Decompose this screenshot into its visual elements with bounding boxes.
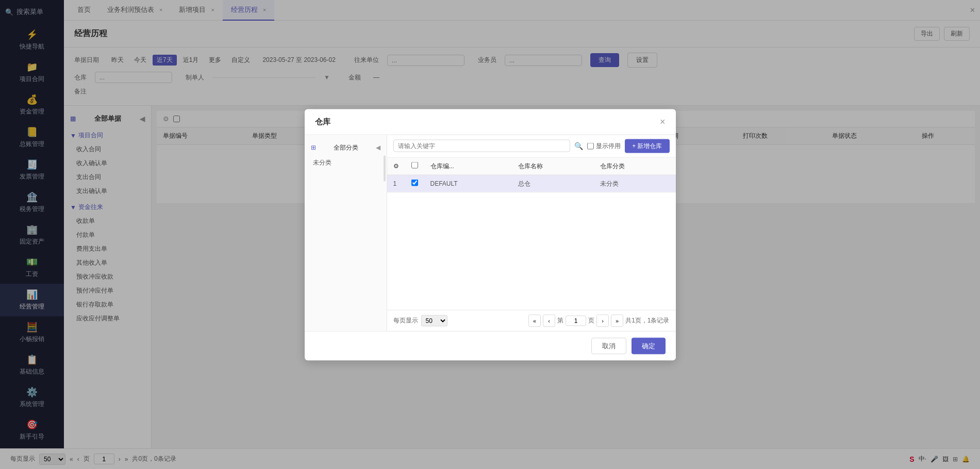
modal-title: 仓库 [315, 117, 330, 126]
modal-page-input[interactable] [566, 315, 586, 326]
modal-first-page-btn[interactable]: « [528, 314, 541, 327]
modal-col-code: 仓库编... [424, 157, 512, 175]
row-index: 1 [387, 175, 405, 192]
show-disabled-checkbox[interactable] [587, 142, 594, 149]
row-category: 未分类 [594, 175, 676, 192]
modal-search-input[interactable] [393, 140, 571, 152]
modal-next-page-btn[interactable]: › [596, 314, 609, 327]
modal-page-label: 第 [557, 316, 563, 325]
add-warehouse-button[interactable]: + 新增仓库 [625, 139, 669, 153]
modal-select-all[interactable] [411, 162, 418, 169]
modal-left-header: ⊞ 全部分类 ◀ [305, 140, 387, 155]
modal-actions: 取消 确定 [305, 331, 676, 360]
show-disabled-label: 显示停用 [587, 141, 621, 150]
modal-total-label: 共1页，1条记录 [625, 316, 669, 325]
modal-col-checkbox [405, 157, 424, 175]
modal-col-settings: ⚙ [387, 157, 405, 175]
modal-category-unclassified[interactable]: 未分类 [305, 155, 387, 170]
modal-search-bar: 🔍 显示停用 + 新增仓库 [387, 135, 676, 157]
modal-page-size: 每页显示 50 100 [393, 315, 447, 326]
modal-pagesize-label: 每页显示 [393, 316, 418, 325]
modal-close-btn[interactable]: × [660, 116, 666, 127]
row-select-checkbox[interactable] [411, 180, 418, 186]
modal-header: 仓库 × [305, 109, 676, 135]
modal-prev-page-btn[interactable]: ‹ [543, 314, 555, 327]
modal-footer-bar: 每页显示 50 100 « ‹ 第 页 › » 共1页，1条记录 [387, 310, 676, 331]
row-code: DEFAULT [424, 175, 512, 192]
modal-left-panel: ⊞ 全部分类 ◀ 未分类 [305, 135, 387, 331]
modal-table: ⚙ 仓库编... 仓库名称 仓库分类 1 DEFAULT 总仓 [387, 157, 676, 310]
modal-page-unit: 页 [588, 316, 594, 325]
modal-collapse-icon[interactable]: ◀ [376, 144, 380, 151]
modal-confirm-button[interactable]: 确定 [632, 337, 666, 354]
table-row[interactable]: 1 DEFAULT 总仓 未分类 [387, 175, 676, 192]
modal-col-category: 仓库分类 [594, 157, 676, 175]
modal-cancel-button[interactable]: 取消 [591, 337, 626, 354]
modal-pagination: « ‹ 第 页 › » 共1页，1条记录 [528, 314, 669, 327]
row-name: 总仓 [512, 175, 594, 192]
modal-left-scrollbar [383, 135, 387, 331]
warehouse-modal: 仓库 × ⊞ 全部分类 ◀ 未分类 🔍 显示停用 [305, 109, 676, 360]
modal-col-name: 仓库名称 [512, 157, 594, 175]
modal-page-size-select[interactable]: 50 100 [421, 315, 447, 326]
modal-body: ⊞ 全部分类 ◀ 未分类 🔍 显示停用 + 新增仓库 [305, 135, 676, 331]
modal-all-category-label: 全部分类 [334, 143, 358, 152]
modal-grid-icon: ⊞ [311, 144, 316, 151]
show-disabled-text: 显示停用 [596, 141, 621, 150]
modal-search-button[interactable]: 🔍 [574, 142, 583, 150]
modal-last-page-btn[interactable]: » [611, 314, 623, 327]
row-checkbox [405, 175, 424, 192]
modal-right-panel: 🔍 显示停用 + 新增仓库 ⚙ 仓库编... 仓库名称 仓库分类 [387, 135, 676, 331]
